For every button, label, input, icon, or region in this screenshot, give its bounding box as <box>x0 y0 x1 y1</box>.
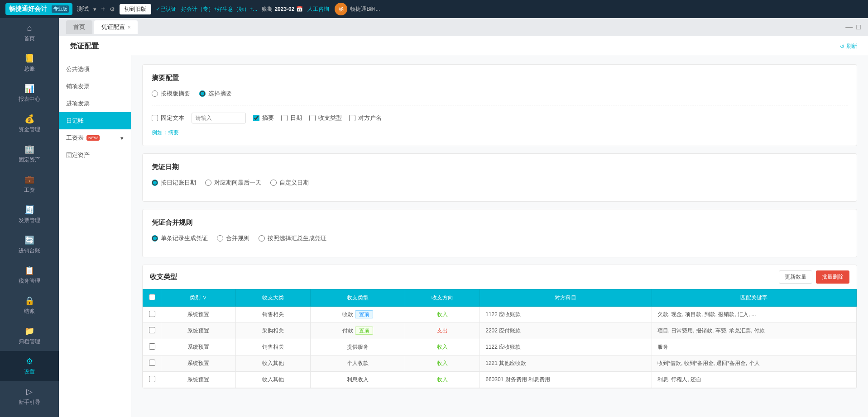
sidebar-item-label: 资金管理 <box>19 126 40 133</box>
left-nav-fixed-assets[interactable]: 固定资产 <box>59 147 131 164</box>
left-nav-public[interactable]: 公共选项 <box>59 61 131 78</box>
sidebar-item-settings[interactable]: ⚙ 设置 <box>0 351 59 381</box>
cell-type: 付款 置顶 <box>311 323 405 339</box>
counterparty-checkbox[interactable] <box>349 115 355 121</box>
radio-custom-date-input[interactable] <box>270 180 277 186</box>
settings-icon[interactable]: ⚙ <box>110 6 115 13</box>
radio-period-last-input[interactable] <box>205 180 211 186</box>
table-row: 系统预置收入其他利息收入收入660301 财务费用 利息费用利息, 行程人, 还… <box>143 372 857 388</box>
type-checkbox[interactable] <box>309 115 316 121</box>
checkbox-counterparty[interactable]: 对方户名 <box>349 114 382 122</box>
radio-select[interactable]: 选择摘要 <box>199 90 232 98</box>
sidebar-item-home[interactable]: ⌂ 首页 <box>0 18 59 48</box>
tab-home[interactable]: 首页 <box>66 20 92 34</box>
row-checkbox[interactable] <box>149 311 155 317</box>
sidebar-item-label: 结账 <box>24 308 35 315</box>
radio-template-input[interactable] <box>152 90 158 97</box>
cell-keywords: 欠款, 现金, 项目款, 到款, 报销款, 汇入, ... <box>652 307 856 323</box>
radio-merge-input[interactable] <box>217 235 223 242</box>
row-checkbox[interactable] <box>149 343 155 350</box>
user-name: 畅捷通B组... <box>350 5 380 13</box>
date-radio-group: 按日记账日期 对应期间最后一天 自定义日期 <box>152 179 848 187</box>
tab-voucher-config[interactable]: 凭证配置 × <box>94 20 138 34</box>
sidebar-item-payroll[interactable]: 💼 工资 <box>0 169 59 199</box>
row-checkbox[interactable] <box>149 360 155 366</box>
sidebar-item-tax[interactable]: 📋 税务管理 <box>0 260 59 290</box>
radio-custom-date[interactable]: 自定义日期 <box>270 179 309 187</box>
summary-radio-group: 按模版摘要 选择摘要 <box>152 90 848 98</box>
reports-icon: 📊 <box>24 84 34 94</box>
left-nav-payroll-table[interactable]: 工资表 NEW ▾ <box>59 129 131 147</box>
cell-major-type: 收入其他 <box>236 372 311 388</box>
product-tags: 好会计（专）+好生意（标）+... <box>181 5 257 13</box>
consult-link[interactable]: 人工咨询 <box>307 5 329 13</box>
radio-merge[interactable]: 合并规则 <box>217 234 249 242</box>
sidebar-item-archive[interactable]: 📁 归档管理 <box>0 321 59 351</box>
tab-close-button[interactable]: × <box>128 24 130 30</box>
sidebar-item-closing[interactable]: 🔒 结账 <box>0 290 59 321</box>
refresh-button[interactable]: ↺ 刷新 <box>840 43 857 50</box>
radio-template[interactable]: 按模版摘要 <box>152 90 190 98</box>
checkbox-fixed-text[interactable]: 固定文本 <box>152 114 184 122</box>
cell-keywords: 收到*借款, 收到*备用金, 退回*备用金, 个人 <box>652 355 856 372</box>
radio-single[interactable]: 单条记录生成凭证 <box>152 234 208 242</box>
cell-keywords: 服务 <box>652 339 856 355</box>
radio-period-last[interactable]: 对应期间最后一天 <box>205 179 261 187</box>
minimize-button[interactable]: — <box>845 23 853 31</box>
sidebar-item-label: 归档管理 <box>19 338 40 346</box>
radio-journal-date-input[interactable] <box>152 180 158 186</box>
update-count-button[interactable]: 更新数量 <box>779 270 812 284</box>
radio-select-input[interactable] <box>199 90 206 97</box>
sidebar-item-invoice[interactable]: 🧾 发票管理 <box>0 199 59 230</box>
row-checkbox[interactable] <box>149 376 155 382</box>
switch-version-button[interactable]: 切到旧版 <box>120 4 151 14</box>
radio-single-input[interactable] <box>152 235 158 242</box>
sidebar-item-member[interactable]: ★ 畅会员 <box>0 412 59 417</box>
sidebar-item-reports[interactable]: 📊 报表中心 <box>0 78 59 109</box>
radio-by-selection-input[interactable] <box>259 235 265 242</box>
cell-account: 1221 其他应收款 <box>480 355 652 372</box>
add-icon[interactable]: + <box>101 5 105 13</box>
checkbox-type[interactable]: 收支类型 <box>309 114 342 122</box>
sidebar-item-guide[interactable]: ▷ 新手引导 <box>0 381 59 412</box>
sidebar-item-funds[interactable]: 💰 资金管理 <box>0 109 59 139</box>
radio-by-selection[interactable]: 按照选择汇总生成凭证 <box>259 234 326 242</box>
fixed-text-checkbox[interactable] <box>152 115 158 121</box>
row-checkbox[interactable] <box>149 327 155 333</box>
left-nav-purchase[interactable]: 进项发票 <box>59 95 131 112</box>
example-text: 例如：摘要 <box>152 129 848 137</box>
date-checkbox[interactable] <box>281 115 288 121</box>
cell-category: 系统预置 <box>161 307 236 323</box>
cell-direction: 收入 <box>405 355 480 372</box>
funds-icon: 💰 <box>24 114 34 124</box>
left-nav-sales[interactable]: 销项发票 <box>59 78 131 95</box>
cell-category: 系统预置 <box>161 339 236 355</box>
sidebar-item-label: 报表中心 <box>19 95 40 103</box>
cell-account: 660301 财务费用 利息费用 <box>480 372 652 388</box>
maximize-button[interactable]: □ <box>856 23 861 31</box>
dropdown-icon[interactable]: ▾ <box>93 6 96 13</box>
left-nav-journal[interactable]: 日记账 <box>59 112 131 129</box>
batch-delete-button[interactable]: 批量删除 <box>816 270 849 284</box>
sidebar-item-purchase-sales[interactable]: 🔄 进销台账 <box>0 230 59 260</box>
summary-checkbox[interactable] <box>253 115 259 121</box>
refresh-icon: ↺ <box>840 43 844 50</box>
date-title: 凭证日期 <box>152 163 848 171</box>
header-checkbox-cell <box>143 289 161 307</box>
sidebar-item-ledger[interactable]: 📒 总账 <box>0 48 59 78</box>
radio-journal-date[interactable]: 按日记账日期 <box>152 179 196 187</box>
summary-title: 摘要配置 <box>152 74 848 82</box>
sidebar-item-fixed-assets[interactable]: 🏢 固定资产 <box>0 139 59 169</box>
header-direction: 收支方向 <box>405 289 480 307</box>
type-tag: 置顶 <box>355 327 373 335</box>
logo: 畅捷通好会计 专业版 <box>5 3 72 15</box>
fixed-text-input[interactable] <box>192 113 246 123</box>
table-row: 系统预置销售相关提供服务收入1122 应收账款服务 <box>143 339 857 355</box>
topbar-right: 人工咨询 畅 畅捷通B组... <box>307 3 380 15</box>
payroll-icon: 💼 <box>24 175 34 185</box>
checkbox-summary[interactable]: 摘要 <box>253 114 274 122</box>
calendar-icon[interactable]: 📅 <box>296 6 303 12</box>
checkbox-date[interactable]: 日期 <box>281 114 302 122</box>
select-all-checkbox[interactable] <box>149 294 155 300</box>
page-title: 凭证配置 <box>70 42 99 51</box>
